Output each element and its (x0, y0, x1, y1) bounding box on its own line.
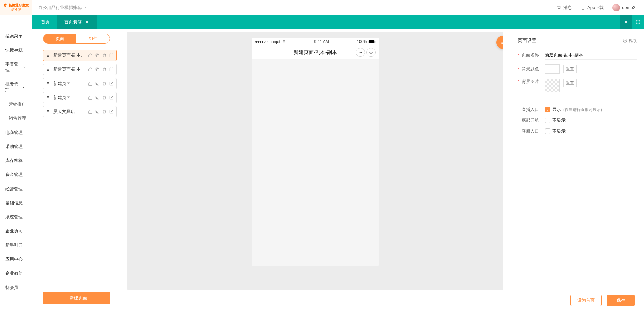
sidebar-item[interactable]: 电商管理 (0, 125, 32, 140)
download-button[interactable]: App下载 (581, 5, 604, 11)
copy-icon[interactable] (95, 109, 100, 114)
page-row-name: 新建页面-副本 (53, 66, 85, 72)
save-button[interactable]: 保存 (607, 295, 635, 306)
page-row[interactable]: 新建页面 (43, 78, 117, 89)
drag-icon[interactable] (46, 67, 51, 72)
svg-rect-12 (375, 41, 375, 43)
user-menu[interactable]: demo2 (612, 4, 635, 11)
svg-point-17 (371, 52, 371, 53)
svg-rect-8 (96, 96, 98, 98)
tab-fullscreen[interactable] (632, 15, 644, 29)
nav-target-icon[interactable] (366, 48, 376, 57)
sidebar-item[interactable]: 畅会员 (0, 280, 32, 295)
copy-icon[interactable] (95, 53, 100, 58)
sidebar-item[interactable]: 新手引导 (0, 238, 32, 252)
sidebar-item[interactable]: 基础信息 (0, 196, 32, 210)
drag-icon[interactable] (46, 95, 51, 100)
svg-rect-9 (97, 111, 99, 113)
delete-icon[interactable] (102, 67, 107, 72)
page-row-name: 新建页面 (53, 81, 85, 87)
share-icon[interactable] (109, 95, 114, 100)
page-row[interactable]: 新建页面-副本... (43, 50, 117, 61)
svg-rect-2 (96, 54, 98, 56)
svg-point-13 (359, 52, 360, 53)
sidebar: 搜索菜单快捷导航零售管理批发管理营销推广销售管理电商管理采购管理库存核算资金管理… (0, 15, 32, 310)
reset-bgimage[interactable]: 重置 (563, 79, 577, 87)
close-icon[interactable] (85, 20, 89, 24)
sidebar-item[interactable]: 系统管理 (0, 210, 32, 224)
sidebar-item[interactable]: 企业微信 (0, 266, 32, 280)
tab-close-all[interactable] (620, 15, 632, 29)
nav-bar: 新建页面-副本-副本 (252, 46, 379, 59)
bottom-nav-checkbox[interactable] (545, 118, 550, 123)
segment-page[interactable]: 页面 (43, 34, 76, 43)
chat-icon (556, 5, 561, 10)
sidebar-sub-item[interactable]: 营销推广 (0, 97, 32, 111)
bg-image-upload[interactable] (545, 79, 560, 92)
sidebar-item[interactable]: 资金管理 (0, 168, 32, 182)
chevron-down-icon (84, 5, 89, 10)
svg-rect-7 (97, 97, 99, 99)
delete-icon[interactable] (102, 81, 107, 86)
share-icon[interactable] (109, 109, 114, 114)
delete-icon[interactable] (102, 109, 107, 114)
page-name-input[interactable] (545, 50, 637, 60)
collapse-fab[interactable] (496, 36, 503, 49)
sidebar-item[interactable]: 批发管理 (0, 77, 32, 97)
delete-icon[interactable] (102, 53, 107, 58)
page-row[interactable]: 昊天文具店 (43, 106, 117, 117)
copy-icon[interactable] (95, 95, 100, 100)
reset-bgcolor[interactable]: 重置 (563, 65, 577, 73)
sidebar-item[interactable]: 库存核算 (0, 154, 32, 168)
page-row[interactable]: 新建页面-副本 (43, 64, 117, 75)
tab-deco[interactable]: 首页装修 (57, 15, 97, 29)
home-icon[interactable] (88, 67, 93, 72)
page-row-name: 新建页面 (53, 95, 85, 101)
delete-icon[interactable] (102, 95, 107, 100)
svg-rect-1 (97, 55, 99, 57)
page-title: 新建页面-副本-副本 (293, 49, 337, 56)
footer: 设为首页 保存 (127, 290, 644, 310)
copy-icon[interactable] (95, 81, 100, 86)
caret-icon (22, 65, 26, 69)
copy-icon[interactable] (95, 67, 100, 72)
svg-point-14 (360, 52, 361, 53)
home-icon[interactable] (88, 53, 93, 58)
sidebar-item[interactable]: 零售管理 (0, 57, 32, 77)
home-icon[interactable] (88, 109, 93, 114)
sidebar-item[interactable]: 应用中心 (0, 252, 32, 266)
drag-icon[interactable] (46, 53, 51, 58)
sidebar-item[interactable]: 搜索菜单 (0, 29, 32, 43)
tab-home[interactable]: 首页 (34, 15, 57, 29)
share-icon[interactable] (109, 81, 114, 86)
nav-more-icon[interactable] (356, 48, 365, 57)
sidebar-item[interactable]: 采购管理 (0, 140, 32, 154)
page-row-name: 新建页面-副本... (53, 52, 85, 58)
messages-button[interactable]: 消息 (556, 5, 572, 11)
sidebar-item[interactable]: 企业协同 (0, 224, 32, 238)
sidebar-item[interactable]: 经营管理 (0, 182, 32, 196)
home-icon[interactable] (88, 81, 93, 86)
svg-rect-4 (96, 68, 98, 70)
sidebar-sub-item[interactable]: 销售管理 (0, 111, 32, 125)
svg-rect-11 (369, 40, 374, 43)
new-page-button[interactable]: + 新建页面 (43, 292, 110, 304)
share-icon[interactable] (109, 67, 114, 72)
wifi-icon (282, 39, 286, 44)
page-row[interactable]: 新建页面 (43, 92, 117, 103)
settings-panel: 页面设置 视频 *页面名称 *背景颜色 重置 *背景图片 重置 *直播入口 ✓ … (510, 32, 644, 290)
svg-rect-10 (96, 110, 98, 112)
share-icon[interactable] (109, 53, 114, 58)
tenant-selector[interactable]: 办公用品行业模拟账套 (38, 5, 89, 11)
home-icon[interactable] (88, 95, 93, 100)
live-checkbox[interactable]: ✓ (545, 107, 550, 112)
video-link[interactable]: 视频 (623, 38, 637, 44)
battery-icon (368, 40, 376, 44)
sidebar-item[interactable]: 快捷导航 (0, 43, 32, 57)
service-checkbox[interactable] (545, 128, 550, 134)
segment-component[interactable]: 组件 (76, 34, 110, 43)
drag-icon[interactable] (46, 81, 51, 86)
bg-color-swatch[interactable] (545, 64, 560, 74)
set-home-button[interactable]: 设为首页 (570, 295, 602, 306)
drag-icon[interactable] (46, 109, 51, 114)
